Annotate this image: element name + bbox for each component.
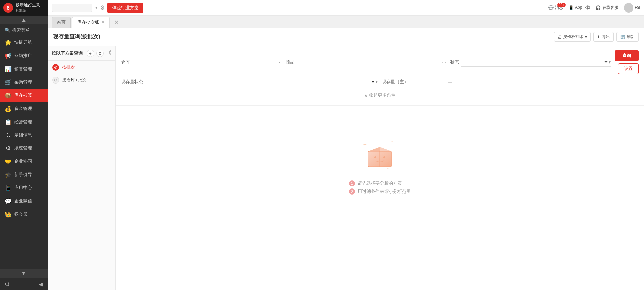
export-icon: ⬆ — [597, 35, 600, 39]
left-panel-add-btn[interactable]: + — [87, 50, 94, 57]
user-avatar-action[interactable]: Rit — [624, 3, 640, 13]
warehouse-dots[interactable]: ··· — [277, 59, 282, 65]
sales-icon: 📊 — [5, 66, 12, 72]
product-label: 商品 — [286, 59, 294, 65]
app-download-action[interactable]: 📱 App下载 — [569, 5, 590, 11]
product-dots[interactable]: ··· — [442, 59, 446, 65]
tab-batch-account-label: 库存批次账 — [77, 19, 99, 25]
sidebar-item-label: 畅会员 — [14, 211, 28, 217]
sidebar-item-label: 营销推广 — [14, 53, 32, 59]
batch-item-icon: ⊙ — [52, 64, 59, 71]
sidebar-item-inventory[interactable]: 📦 库存核算 — [0, 89, 48, 102]
sidebar-item-newbie[interactable]: 🎓 新手引导 — [0, 168, 48, 181]
print-dropdown-icon: ▾ — [585, 35, 587, 39]
operation-icon: 📋 — [5, 119, 12, 125]
sidebar-item-member[interactable]: 👑 畅会员 — [0, 208, 48, 221]
purchase-icon: 🛒 — [5, 79, 12, 86]
hint-text-2: 用过滤条件来缩小分析范围 — [358, 188, 411, 195]
svg-marker-1 — [368, 147, 380, 151]
left-panel-item-batch[interactable]: ⊙ 按批次 — [48, 61, 115, 74]
tab-close-icon[interactable]: ✕ — [101, 20, 105, 25]
product-input[interactable] — [296, 58, 440, 66]
status-dropdown-icon: ▾ — [609, 60, 611, 65]
online-service-action[interactable]: 🎧 在线客服 — [596, 5, 618, 11]
stock-status-label: 现存量状态 — [121, 79, 143, 85]
sidebar-item-label: 经营管理 — [14, 119, 32, 125]
sidebar-item-quicknav[interactable]: ⭐ 快捷导航 — [0, 36, 48, 49]
hint-num-2: 2 — [349, 188, 355, 195]
hint-item-2: 2 用过滤条件来缩小分析范围 — [349, 188, 411, 195]
breadcrumb-dropdown-icon[interactable]: ▾ — [95, 5, 97, 10]
basic-icon: 🗂 — [5, 132, 12, 138]
sidebar-item-basic[interactable]: 🗂 基础信息 — [0, 129, 48, 142]
refresh-btn[interactable]: 🔄 刷新 — [616, 32, 639, 42]
sidebar-company-info: 畅康通好生意 标准版 — [16, 3, 40, 13]
left-panel-collapse-btn[interactable]: 《 — [106, 50, 111, 57]
svg-text:✦: ✦ — [391, 140, 393, 144]
sidebar-scroll-down[interactable]: ▼ — [0, 269, 48, 278]
batch-item-label: 按批次 — [62, 64, 75, 70]
main-content: 现存量查询(按批次) 🖨 按模板打印 ▾ ⬆ 导出 🔄 刷新 — [48, 28, 644, 290]
stock-qty-separator: — — [448, 79, 452, 85]
sidebar-item-appcenter[interactable]: 📱 应用中心 — [0, 181, 48, 195]
filter-settings-btn[interactable]: 设置 — [618, 63, 639, 74]
sidebar-item-system[interactable]: ⚙ 系统管理 — [0, 142, 48, 155]
page-actions: 🖨 按模板打印 ▾ ⬆ 导出 🔄 刷新 — [554, 32, 639, 42]
inventory-icon: 📦 — [5, 92, 12, 99]
topbar-gear-icon[interactable]: ⚙ — [100, 4, 105, 11]
search-label: 搜索菜单 — [12, 27, 30, 33]
sidebar-item-label: 企业协同 — [14, 158, 32, 164]
online-service-label: 在线客服 — [602, 5, 618, 11]
hint-item-1: 1 请先选择要分析的方案 — [349, 180, 411, 186]
hint-num-1: 1 — [349, 180, 355, 186]
sidebar-item-sales[interactable]: 📊 销售管理 — [0, 62, 48, 76]
marketing-icon: 📢 — [5, 53, 12, 59]
sidebar-scroll-up[interactable]: ▲ — [0, 16, 48, 24]
sidebar-search[interactable]: 🔍 搜索菜单 — [0, 24, 48, 36]
filter-area: 仓库 ··· 商品 ··· 状态 — [116, 46, 644, 106]
stock-status-dropdown-icon: ▾ — [376, 79, 378, 84]
sidebar-item-finance[interactable]: 💰 资金管理 — [0, 102, 48, 115]
collapse-sidebar-icon[interactable]: ◀ — [39, 281, 43, 287]
industry-btn[interactable]: 体验行业方案 — [107, 3, 143, 13]
tab-batch-account[interactable]: 库存批次账 ✕ — [72, 17, 110, 28]
export-label: 导出 — [602, 34, 610, 40]
filter-row-2: 现存量状态 ▾ 现存量（主） — — [121, 77, 639, 86]
sidebar-scroll: 🔍 搜索菜单 ⭐ 快捷导航 📢 营销推广 📊 销售管理 🛒 采购管理 📦 库存核… — [0, 24, 48, 269]
export-btn[interactable]: ⬆ 导出 — [593, 32, 614, 42]
sidebar-item-marketing[interactable]: 📢 营销推广 — [0, 49, 48, 62]
breadcrumb-input[interactable] — [52, 4, 92, 12]
settings-icon[interactable]: ⚙ — [5, 281, 10, 287]
left-panel-settings-btn[interactable]: ⚙ — [96, 50, 104, 57]
sidebar-item-label: 企业微信 — [14, 198, 32, 204]
status-select[interactable] — [461, 58, 609, 66]
warehouse-batch-item-label: 按仓库+批次 — [62, 77, 87, 83]
sidebar-item-enterprise[interactable]: 🤝 企业协同 — [0, 155, 48, 168]
warehouse-input[interactable] — [132, 58, 275, 66]
tab-home-label: 首页 — [57, 19, 66, 25]
stock-status-select[interactable] — [145, 77, 376, 86]
svg-text:✦: ✦ — [363, 142, 367, 147]
username-label: Rit — [635, 5, 640, 10]
sidebar-item-wechat[interactable]: 💬 企业微信 — [0, 195, 48, 208]
system-icon: ⚙ — [5, 145, 12, 151]
left-panel-item-warehouse-batch[interactable]: ⊙ 按仓库+批次 — [48, 74, 115, 87]
stock-qty-max[interactable] — [456, 78, 490, 86]
search-icon: 🔍 — [5, 28, 10, 33]
panel-close-button[interactable]: ✕ — [114, 19, 119, 26]
sidebar-item-purchase[interactable]: 🛒 采购管理 — [0, 76, 48, 89]
stock-qty-min[interactable] — [410, 78, 444, 86]
messages-action[interactable]: 💬 消息 99+ — [548, 5, 563, 11]
tab-home[interactable]: 首页 — [52, 17, 71, 28]
sidebar-header: 6 畅康通好生意 标准版 — [0, 0, 48, 16]
collapse-more-btn[interactable]: ∧ 收起更多条件 — [121, 90, 639, 101]
empty-illustration: ✦ ✦ ✦ — [359, 133, 400, 174]
print-label: 按模板打印 — [563, 34, 583, 40]
stock-qty-filter: 现存量（主） — — [382, 78, 639, 86]
status-filter: 状态 ▾ — [450, 58, 611, 67]
print-btn[interactable]: 🖨 按模板打印 ▾ — [554, 32, 591, 42]
avatar — [624, 3, 633, 13]
query-btn[interactable]: 查询 — [615, 50, 639, 61]
sidebar-item-operation[interactable]: 📋 经营管理 — [0, 115, 48, 129]
empty-hints: 1 请先选择要分析的方案 2 用过滤条件来缩小分析范围 — [349, 180, 411, 197]
